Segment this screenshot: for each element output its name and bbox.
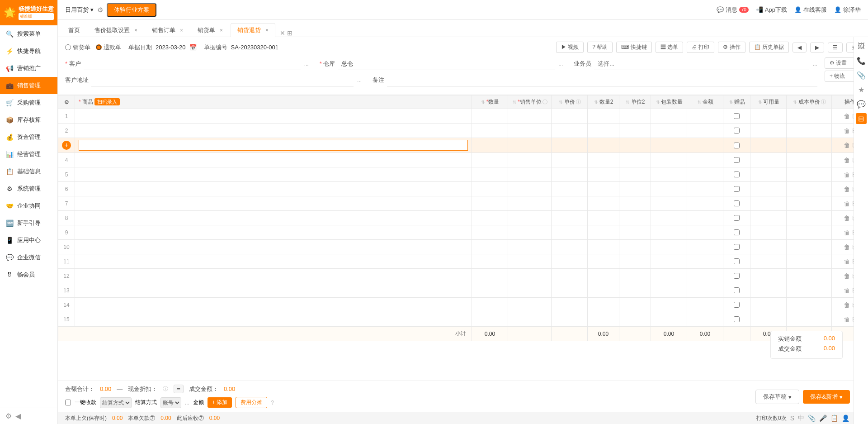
sidebar-item-sales[interactable]: 💼 销售管理 bbox=[0, 77, 57, 94]
tab-home[interactable]: 首页 bbox=[61, 23, 87, 37]
delete-row-icon[interactable]: 🗑 bbox=[844, 229, 850, 236]
product-cell[interactable] bbox=[75, 124, 472, 138]
online-service-btn[interactable]: 👤 在线客服 bbox=[794, 6, 827, 14]
sort-icon[interactable]: ⇅ bbox=[729, 100, 733, 105]
delete-row-icon[interactable]: 🗑 bbox=[844, 142, 850, 149]
delete-row-icon[interactable]: 🗑 bbox=[844, 127, 850, 134]
close-window-icon[interactable]: ✕ bbox=[280, 29, 285, 37]
delete-row-icon[interactable]: 🗑 bbox=[844, 258, 850, 265]
scan-btn[interactable]: 扫码录入 bbox=[94, 98, 120, 105]
delete-row-icon[interactable]: 🗑 bbox=[844, 200, 850, 207]
unit2-cell[interactable] bbox=[619, 109, 651, 124]
qty2-cell[interactable] bbox=[588, 124, 619, 138]
delete-row-icon[interactable]: 🗑 bbox=[844, 157, 850, 164]
salesperson-input[interactable] bbox=[594, 57, 809, 70]
delete-row-icon[interactable]: 🗑 bbox=[844, 243, 850, 251]
topbar-gear-icon[interactable]: ⚙ bbox=[97, 6, 103, 14]
delete-row-icon[interactable]: 🗑 bbox=[844, 171, 850, 178]
qty-cell[interactable] bbox=[472, 138, 508, 153]
avail-cell[interactable] bbox=[750, 109, 787, 124]
gift-checkbox[interactable] bbox=[734, 302, 740, 308]
delete-row-icon[interactable]: 🗑 bbox=[844, 186, 850, 193]
panel-icon-attachment[interactable]: 📎 bbox=[856, 70, 867, 81]
status-icon-4[interactable]: 🎤 bbox=[819, 414, 827, 422]
qty-cell[interactable] bbox=[472, 109, 508, 124]
pkg-cell[interactable] bbox=[651, 138, 687, 153]
remark-input[interactable] bbox=[387, 74, 817, 86]
sort-icon[interactable]: ⇅ bbox=[559, 100, 562, 105]
discount-info-icon[interactable]: ⓘ bbox=[163, 385, 168, 393]
sidebar-item-guide[interactable]: 🆕 新手引导 bbox=[0, 214, 57, 232]
gift-checkbox[interactable] bbox=[734, 273, 740, 279]
avail-cell[interactable] bbox=[750, 124, 787, 138]
product-cell[interactable] bbox=[75, 109, 472, 124]
sidebar-item-operations[interactable]: 📊 经营管理 bbox=[0, 146, 57, 163]
gift-checkbox[interactable] bbox=[734, 172, 740, 177]
tab-close-icon[interactable]: × bbox=[220, 27, 223, 33]
help-btn[interactable]: ? 帮助 bbox=[587, 42, 613, 53]
product-cell-active[interactable] bbox=[75, 138, 472, 153]
gift-checkbox[interactable] bbox=[734, 128, 740, 133]
unit-cell[interactable] bbox=[508, 124, 551, 138]
status-icon-2[interactable]: 中 bbox=[798, 414, 804, 422]
select-btn[interactable]: ☰ 选单 bbox=[656, 42, 683, 53]
sort-icon[interactable]: ⇅ bbox=[626, 100, 629, 105]
sort-icon[interactable]: ⇅ bbox=[793, 100, 797, 105]
unit-info-icon[interactable]: ⓘ bbox=[542, 99, 547, 105]
avail-cell[interactable] bbox=[750, 138, 787, 153]
sidebar-item-member[interactable]: 🎖 畅会员 bbox=[0, 266, 57, 283]
cost-cell[interactable] bbox=[787, 138, 832, 153]
shortcuts-btn[interactable]: ⌨ 快捷键 bbox=[616, 42, 651, 53]
tab-close-icon[interactable]: × bbox=[134, 27, 137, 33]
address-ellipsis-btn[interactable]: ... bbox=[357, 77, 362, 83]
sidebar-item-enterprise[interactable]: 🤝 企业协同 bbox=[0, 197, 57, 214]
sidebar-item-system[interactable]: ⚙ 系统管理 bbox=[0, 180, 57, 197]
user-profile[interactable]: 👤 徐泽华 bbox=[834, 6, 861, 14]
one-click-checkbox[interactable] bbox=[65, 400, 71, 405]
sidebar-item-search[interactable]: 🔍 搜索菜单 bbox=[0, 25, 57, 43]
prev-btn[interactable]: ◀ bbox=[793, 43, 807, 52]
tab-sales-return[interactable]: 销货退货 × bbox=[231, 23, 275, 37]
sidebar-item-quicknav[interactable]: ⚡ 快捷导航 bbox=[0, 43, 57, 60]
unit2-cell[interactable] bbox=[619, 138, 651, 153]
daily-selector[interactable]: 日用百货 ▾ bbox=[65, 6, 94, 14]
print-btn[interactable]: 🖨 打印 bbox=[687, 42, 714, 53]
sort-icon[interactable]: ⇅ bbox=[698, 100, 701, 105]
sidebar-item-finance[interactable]: 💰 资金管理 bbox=[0, 129, 57, 146]
gift-checkbox[interactable] bbox=[734, 200, 740, 206]
price-cell[interactable] bbox=[552, 109, 588, 124]
pkg-cell[interactable] bbox=[651, 109, 687, 124]
gift-checkbox[interactable] bbox=[734, 287, 740, 293]
gift-checkbox[interactable] bbox=[734, 316, 740, 322]
account-select[interactable]: 账号 bbox=[160, 397, 181, 408]
pkg-cell[interactable] bbox=[651, 124, 687, 138]
gift-cell[interactable] bbox=[723, 124, 750, 138]
salesperson-ellipsis-btn[interactable]: ... bbox=[813, 61, 817, 67]
status-icon-3[interactable]: 📎 bbox=[808, 414, 816, 422]
operation-btn[interactable]: ⚙ 操作 bbox=[718, 42, 745, 53]
gift-checkbox[interactable] bbox=[734, 113, 740, 119]
maximize-window-icon[interactable]: ⊞ bbox=[287, 29, 292, 37]
add-payment-btn[interactable]: + 添加 bbox=[208, 397, 232, 408]
account-ellipsis-btn[interactable]: ... bbox=[185, 400, 189, 406]
add-row-btn[interactable]: + bbox=[62, 141, 71, 150]
unit2-cell[interactable] bbox=[619, 124, 651, 138]
delete-row-icon[interactable]: 🗑 bbox=[844, 287, 850, 294]
tab-sales-delivery[interactable]: 销货单 × bbox=[191, 23, 230, 37]
price-cell[interactable] bbox=[552, 124, 588, 138]
price-info-icon[interactable]: ⓘ bbox=[576, 99, 581, 105]
save-draft-btn[interactable]: 保存草稿 ▾ bbox=[755, 390, 799, 404]
sidebar-item-wechat[interactable]: 💬 企业微信 bbox=[0, 249, 57, 266]
cost-cell[interactable] bbox=[787, 109, 832, 124]
history-btn[interactable]: 📋 历史单据 bbox=[749, 42, 789, 53]
delete-row-icon[interactable]: 🗑 bbox=[844, 301, 850, 309]
gift-checkbox[interactable] bbox=[734, 229, 740, 235]
panel-icon-chat[interactable]: 💬 bbox=[856, 99, 867, 110]
gift-checkbox[interactable] bbox=[734, 258, 740, 264]
price-cell[interactable] bbox=[552, 138, 588, 153]
fee-split-btn[interactable]: 费用分摊 bbox=[236, 397, 267, 408]
sidebar-item-purchase[interactable]: 🛒 采购管理 bbox=[0, 94, 57, 111]
calc-method-select[interactable]: 结算方式 bbox=[100, 397, 132, 408]
amount-cell[interactable] bbox=[687, 109, 723, 124]
video-btn[interactable]: ▶ 视频 bbox=[556, 42, 584, 53]
